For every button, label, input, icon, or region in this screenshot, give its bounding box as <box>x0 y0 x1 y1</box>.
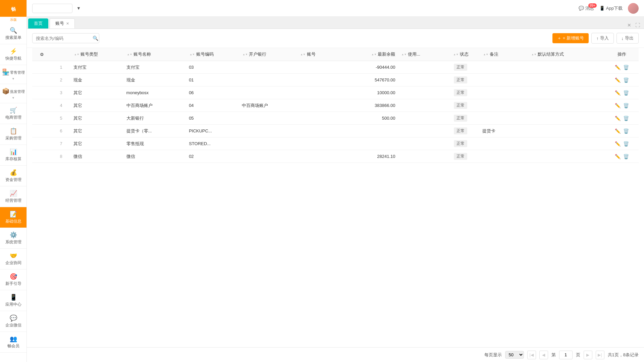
delete-icon-5[interactable]: 🗑️ <box>623 128 629 134</box>
sidebar-item-enterprise-label: 企业协同 <box>5 260 21 266</box>
edit-icon-1[interactable]: ✏️ <box>615 77 621 83</box>
delete-icon-7[interactable]: 🗑️ <box>623 154 629 159</box>
row-code-3: 04 <box>186 99 239 112</box>
sidebar-item-fund-mgmt[interactable]: 💰 资金管理 <box>0 166 26 186</box>
col-header-code[interactable]: ▲▼ 账号编码 <box>186 48 239 61</box>
edit-icon-5[interactable]: ✏️ <box>615 128 621 134</box>
row-balance-5 <box>345 125 398 137</box>
sidebar-item-basic-info[interactable]: 📝 基础信息 <box>0 207 26 228</box>
page-suffix: 页 <box>576 352 580 358</box>
table-row: 6 其它 提货卡（零... PICKUPC... 正常 提货卡 ✏️ 🗑️ <box>32 125 639 137</box>
edit-icon-0[interactable]: ✏️ <box>615 65 621 70</box>
sidebar-item-purchase-mgmt[interactable]: 📋 采购管理 <box>0 124 26 145</box>
row-status-7: 正常 <box>441 150 480 163</box>
sidebar-item-ecommerce-mgmt[interactable]: 🛒 电商管理 <box>0 103 26 124</box>
basic-info-icon: 📝 <box>10 210 17 218</box>
sort-icon-status: ▲▼ <box>453 53 459 56</box>
current-page-input[interactable] <box>559 351 573 359</box>
delete-icon-6[interactable]: 🗑️ <box>623 141 629 146</box>
sidebar-item-inventory[interactable]: 📊 库存核算 <box>0 145 26 166</box>
sort-icon-remark: ▲▼ <box>483 53 488 56</box>
col-header-account[interactable]: ▲▼ 账号 <box>297 48 345 61</box>
row-balance-0: -90444.00 <box>345 61 398 74</box>
sidebar-item-sys-mgmt[interactable]: ⚙️ 系统管理 <box>0 228 26 249</box>
tab-expand-button[interactable]: ⛶ <box>634 22 641 28</box>
search-button[interactable]: 🔍 <box>93 36 98 41</box>
edit-icon-7[interactable]: ✏️ <box>615 154 621 159</box>
gear-icon[interactable]: ⚙ <box>40 52 44 57</box>
row-gear-1 <box>32 74 51 86</box>
first-page-button[interactable]: |◀ <box>527 351 536 359</box>
tab-home[interactable]: 首页 <box>28 18 48 28</box>
col-header-type[interactable]: ▲▼ 账号类型 <box>71 48 124 61</box>
row-usage-0 <box>398 61 441 74</box>
col-header-usage[interactable]: ▲▼ 使用... <box>398 48 441 61</box>
export-button[interactable]: ↓ 导出 <box>616 33 639 44</box>
status-badge: 正常 <box>454 102 467 109</box>
delete-icon-3[interactable]: 🗑️ <box>623 103 629 108</box>
sidebar-item-retail-mgmt[interactable]: 🏪 零售管理 ▼ <box>0 65 26 84</box>
header-right: 💬 消息 99+ 📱 App下载 <box>579 3 639 14</box>
table-row: 1 支付宝 支付宝 03 -90444.00 正常 ✏️ 🗑️ <box>32 61 639 74</box>
import-button[interactable]: ↑ 导入 <box>591 33 614 44</box>
top-search-input[interactable] <box>32 4 72 13</box>
delete-icon-1[interactable]: 🗑️ <box>623 77 629 83</box>
sidebar-item-enterprise-agreement[interactable]: 🤝 企业协同 <box>0 249 26 269</box>
sidebar-item-member[interactable]: 👥 畅会员 <box>0 332 26 353</box>
sidebar-item-app-center[interactable]: 📱 应用中心 <box>0 290 26 311</box>
sidebar-item-wholesale-mgmt[interactable]: 📦 批发管理 ▼ <box>0 84 26 103</box>
row-num-0: 1 <box>51 61 70 74</box>
enterprise-agreement-icon: 🤝 <box>10 252 17 259</box>
row-usage-4 <box>398 112 441 125</box>
app-center-icon: 📱 <box>10 294 17 301</box>
add-account-button[interactable]: ＋ + 新增账号 <box>552 33 589 43</box>
sidebar-item-search[interactable]: 🔍 搜索菜单 <box>0 23 26 44</box>
per-page-select[interactable]: 50 100 200 <box>505 351 524 359</box>
account-search-input[interactable] <box>32 33 99 43</box>
col-header-bank[interactable]: ▲▼ 开户银行 <box>239 48 297 61</box>
sort-icon-bank: ▲▼ <box>243 53 248 56</box>
col-header-name[interactable]: ▲▼ 账号名称 <box>124 48 186 61</box>
col-header-status[interactable]: ▲▼ 状态 <box>441 48 480 61</box>
delete-icon-4[interactable]: 🗑️ <box>623 116 629 121</box>
add-icon: ＋ <box>557 35 561 41</box>
row-name-1: 现金 <box>124 74 186 86</box>
edit-icon-4[interactable]: ✏️ <box>615 116 621 121</box>
col-header-balance[interactable]: ▲▼ 最新余额 <box>345 48 398 61</box>
enterprise-wechat-icon: 💬 <box>10 314 17 322</box>
prev-page-button[interactable]: ◀ <box>539 351 548 359</box>
table-row: 8 微信 微信 02 28241.10 正常 ✏️ 🗑️ <box>32 150 639 163</box>
sidebar-item-enterprise-wechat[interactable]: 💬 企业微信 <box>0 311 26 332</box>
inventory-icon: 📊 <box>10 148 17 156</box>
next-page-button[interactable]: ▶ <box>584 351 592 359</box>
sort-icon-balance: ▲▼ <box>371 53 377 56</box>
tab-account-close-icon[interactable]: ✕ <box>66 21 69 26</box>
edit-icon-6[interactable]: ✏️ <box>615 141 621 146</box>
tab-close-button[interactable]: ✕ <box>626 22 633 28</box>
row-bank-0 <box>239 61 297 74</box>
col-header-default-settlement[interactable]: ▲▼ 默认结算方式 <box>528 48 605 61</box>
row-gear-4 <box>32 112 51 125</box>
edit-icon-2[interactable]: ✏️ <box>615 90 621 96</box>
sidebar-item-new-guide[interactable]: 🎯 新手引导 <box>0 269 26 290</box>
sidebar-item-quick-nav[interactable]: ⚡ 快捷导航 <box>0 44 26 65</box>
col-header-remark[interactable]: ▲▼ 备注 <box>480 48 528 61</box>
header-dropdown[interactable]: ▼ <box>76 6 81 11</box>
row-bank-6 <box>239 137 297 150</box>
table-container: ⚙ ▲▼ 账号类型 ▲▼ 账号名称 ▲▼ 账号编码 <box>27 48 644 347</box>
avatar[interactable] <box>628 3 639 14</box>
last-page-button[interactable]: ▶| <box>596 351 604 359</box>
row-type-3: 其它 <box>71 99 124 112</box>
row-balance-7: 28241.10 <box>345 150 398 163</box>
row-bank-2 <box>239 86 297 99</box>
toolbar: 🔍 ＋ + 新增账号 ↑ 导入 ↓ 导出 <box>27 29 644 48</box>
edit-icon-3[interactable]: ✏️ <box>615 103 621 108</box>
message-button[interactable]: 💬 消息 99+ <box>579 5 594 11</box>
delete-icon-0[interactable]: 🗑️ <box>623 65 629 70</box>
sidebar-item-ops-mgmt[interactable]: 📈 经营管理 <box>0 186 26 207</box>
delete-icon-2[interactable]: 🗑️ <box>623 90 629 96</box>
col-header-gear[interactable]: ⚙ <box>32 48 51 61</box>
chevron-down-icon: ▼ <box>76 6 81 11</box>
app-download-button[interactable]: 📱 App下载 <box>599 5 623 11</box>
tab-account[interactable]: 账号 ✕ <box>50 18 75 28</box>
